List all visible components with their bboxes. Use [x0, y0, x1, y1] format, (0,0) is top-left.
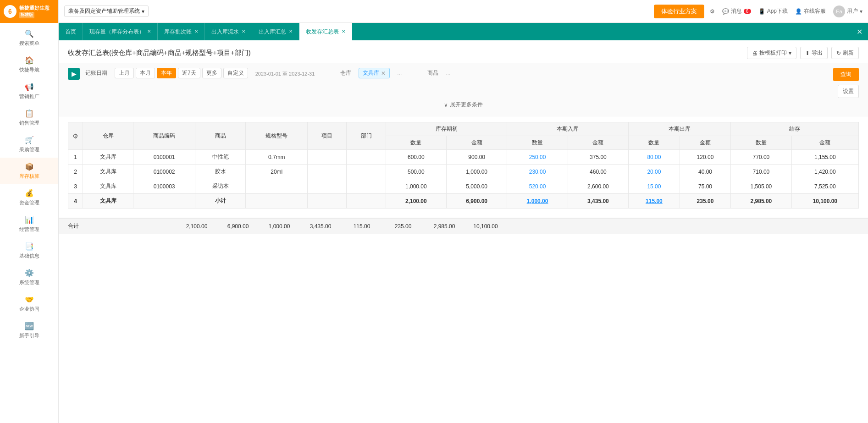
- warehouse-tag-close[interactable]: ✕: [381, 70, 386, 77]
- cell-out-qty[interactable]: 20.00: [629, 165, 680, 179]
- tab-close-icon[interactable]: ✕: [289, 29, 293, 34]
- sidebar-item-system[interactable]: ⚙️ 系统管理: [0, 264, 58, 291]
- cell-dept: [347, 165, 386, 179]
- export-icon: ⬆: [805, 50, 810, 56]
- sidebar-item-guide[interactable]: 🆕 新手引导: [0, 317, 58, 344]
- warehouse-label: 仓库: [340, 69, 351, 77]
- cell-warehouse: 文具库: [83, 150, 133, 165]
- handshake-icon: 🤝: [25, 295, 34, 304]
- refresh-button[interactable]: ↻ 刷新: [831, 47, 859, 59]
- cell-name: 胶水: [195, 165, 246, 179]
- sidebar-item-purchase[interactable]: 🛒 采购管理: [0, 131, 58, 158]
- tab-close-icon[interactable]: ✕: [147, 29, 151, 34]
- date-7days[interactable]: 近7天: [178, 68, 200, 78]
- phone-icon: 📱: [758, 8, 765, 15]
- out-qty-link[interactable]: 20.00: [647, 169, 661, 175]
- footer-label: 合计: [68, 222, 169, 230]
- close-all-tabs[interactable]: ✕: [851, 27, 868, 36]
- tab-inout-summary[interactable]: 出入库汇总 ✕: [252, 23, 299, 40]
- try-button[interactable]: 体验行业方案: [654, 5, 704, 18]
- filter-settings-button[interactable]: 设置: [838, 85, 859, 98]
- th-out-amt: 金额: [680, 136, 731, 150]
- cell-out-amt: 235.00: [680, 194, 731, 209]
- tab-recv-summary[interactable]: 收发存汇总表 ✕: [299, 23, 352, 40]
- tab-close-icon[interactable]: ✕: [194, 29, 198, 34]
- print-button[interactable]: 🖨 按模板打印 ▾: [747, 47, 796, 59]
- in-qty-link[interactable]: 230.00: [529, 169, 546, 175]
- goods-more[interactable]: ...: [446, 70, 450, 77]
- tab-inout-flow[interactable]: 出入库流水 ✕: [205, 23, 252, 40]
- sidebar-item-search[interactable]: 🔍 搜索菜单: [0, 25, 58, 51]
- sidebar-item-sales[interactable]: 📋 销售管理: [0, 104, 58, 131]
- sidebar-item-inventory[interactable]: 📦 库存核算: [0, 158, 58, 184]
- sidebar-item-marketing[interactable]: 📢 营销推广: [0, 78, 58, 104]
- cell-in-qty[interactable]: 250.00: [507, 150, 568, 165]
- cell-spec: 20ml: [246, 165, 308, 179]
- cell-name: 中性笔: [195, 150, 246, 165]
- warehouse-more[interactable]: ...: [397, 70, 402, 77]
- in-qty-link[interactable]: 520.00: [529, 183, 546, 190]
- sidebar-item-operation[interactable]: 📊 经营管理: [0, 211, 58, 237]
- tab-home[interactable]: 首页: [59, 23, 83, 40]
- date-custom[interactable]: 自定义: [223, 68, 248, 78]
- message-action[interactable]: 💬 消息 6: [722, 7, 751, 15]
- tab-batch[interactable]: 库存批次账 ✕: [158, 23, 205, 40]
- export-button[interactable]: ⬆ 导出: [800, 47, 828, 59]
- sidebar-menu: 🔍 搜索菜单 🏠 快捷导航 📢 营销推广 📋 销售管理 🛒 采购管理 📦 库存核…: [0, 23, 58, 423]
- tab-inventory-dist[interactable]: 现存量（库存分布表） ✕: [83, 23, 158, 40]
- column-settings-button[interactable]: ⚙: [72, 132, 78, 140]
- cell-spec: [246, 179, 308, 194]
- cell-name: 采访本: [195, 179, 246, 194]
- cell-out-qty[interactable]: 80.00: [629, 150, 680, 165]
- settings-action[interactable]: ⚙: [710, 8, 715, 15]
- sidebar-item-collab[interactable]: 🤝 企业协同: [0, 291, 58, 317]
- cell-in-qty[interactable]: 520.00: [507, 179, 568, 194]
- user-menu[interactable]: Ea 用户 ▾: [833, 5, 862, 17]
- filter-toggle-button[interactable]: ▶: [68, 68, 80, 80]
- cell-in-amt: 2,600.00: [568, 179, 628, 194]
- settings-icon: ⚙: [710, 8, 715, 15]
- cell-out-qty[interactable]: 115.00: [629, 194, 680, 209]
- th-opening-group: 库存期初: [386, 122, 507, 136]
- date-more[interactable]: 更多: [202, 68, 221, 78]
- service-action[interactable]: 👤 在线客服: [795, 7, 826, 15]
- message-badge: 6: [744, 9, 751, 14]
- th-project: 项目: [308, 122, 347, 150]
- th-name: 商品: [195, 122, 246, 150]
- cell-dept: [347, 150, 386, 165]
- doc-icon: 📑: [25, 242, 34, 251]
- sidebar-item-finance[interactable]: 💰 资金管理: [0, 184, 58, 211]
- in-qty-link[interactable]: 250.00: [529, 154, 546, 160]
- cell-close-qty: 710.00: [731, 165, 791, 179]
- date-cur-month[interactable]: 本月: [136, 68, 155, 78]
- out-qty-link[interactable]: 80.00: [647, 154, 661, 160]
- sidebar-item-quicknav[interactable]: 🏠 快捷导航: [0, 51, 58, 78]
- cell-opening-qty: 500.00: [386, 165, 446, 179]
- app-download-action[interactable]: 📱 App下载: [758, 7, 788, 15]
- table-footer: 合计 2,100.00 6,900.00 1,000.00 3,435.00 1…: [59, 218, 868, 234]
- inventory-icon: 📦: [25, 162, 34, 171]
- cell-out-amt: 40.00: [680, 165, 731, 179]
- th-close-amt: 金额: [791, 136, 858, 150]
- sidebar-item-basic[interactable]: 📑 基础信息: [0, 237, 58, 264]
- query-button[interactable]: 查询: [833, 68, 859, 81]
- date-label: 记账日期: [85, 69, 107, 77]
- chart-icon: 📊: [25, 215, 34, 224]
- cell-project: [308, 165, 347, 179]
- home-icon: 🏠: [25, 56, 34, 65]
- cell-in-qty[interactable]: 230.00: [507, 165, 568, 179]
- megaphone-icon: 📢: [25, 82, 34, 91]
- expand-more-btn[interactable]: ∨ 展开更多条件: [68, 98, 859, 111]
- cell-in-qty[interactable]: 1,000.00: [507, 194, 568, 209]
- out-qty-link[interactable]: 15.00: [647, 183, 661, 190]
- cell-opening-qty: 1,000.00: [386, 179, 446, 194]
- footer-opening-qty: 2,100.00: [176, 223, 217, 230]
- date-prev-month[interactable]: 上月: [115, 68, 134, 78]
- tab-close-icon[interactable]: ✕: [342, 29, 345, 34]
- system-select[interactable]: 装备及固定资产辅助管理系统 ▾: [64, 5, 149, 17]
- page-header: 收发存汇总表(按仓库+商品编码+商品+规格型号+项目+部门) 🖨 按模板打印 ▾…: [59, 40, 868, 63]
- filter-content: 记账日期 上月 本月 本年 近7天 更多 自定义 2023-01-01 至 20…: [85, 68, 828, 78]
- tab-close-icon[interactable]: ✕: [242, 29, 245, 34]
- date-cur-year[interactable]: 本年: [157, 68, 176, 78]
- cell-out-qty[interactable]: 15.00: [629, 179, 680, 194]
